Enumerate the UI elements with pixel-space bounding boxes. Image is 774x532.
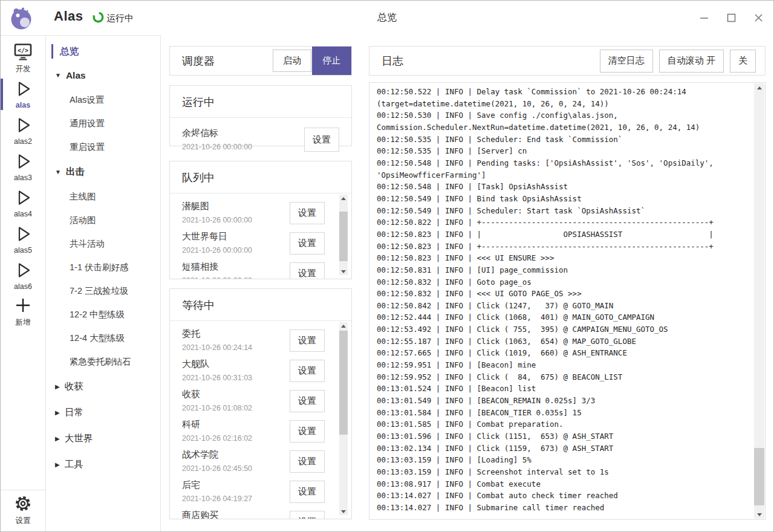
alas-logo-icon bbox=[8, 5, 34, 31]
task-settings-button[interactable]: 设置 bbox=[290, 481, 325, 503]
nav-item-alas-settings[interactable]: Alas设置 bbox=[46, 88, 160, 112]
app-window: Alas 运行中 总览 </> 开发 alas bbox=[0, 0, 774, 532]
scroll-down-icon[interactable] bbox=[339, 268, 348, 275]
play-icon bbox=[14, 116, 32, 137]
nav-item-general-settings[interactable]: 通用设置 bbox=[46, 112, 160, 135]
nav-item-campaign[interactable]: ▼出击 bbox=[46, 159, 160, 185]
scrollbar-thumb[interactable] bbox=[339, 212, 348, 261]
task-settings-button[interactable]: 设置 bbox=[290, 390, 325, 412]
rail-item-dev[interactable]: </> 开发 bbox=[1, 40, 45, 76]
scroll-down-icon[interactable] bbox=[339, 508, 348, 515]
task-row: 科研 2021-10-26 02:16:02 设置 bbox=[182, 415, 339, 446]
nav-item-alas[interactable]: ▼Alas bbox=[46, 62, 160, 88]
close-icon[interactable] bbox=[753, 12, 764, 23]
task-settings-button[interactable]: 设置 bbox=[290, 420, 325, 443]
nav-item-map-12-2[interactable]: 12-2 中型练级 bbox=[46, 303, 160, 326]
task-settings-button[interactable]: 设置 bbox=[290, 329, 325, 352]
task-settings-button[interactable]: 设置 bbox=[290, 232, 325, 255]
scrollbar-thumb[interactable] bbox=[754, 448, 764, 505]
rail-item-label: 设置 bbox=[16, 516, 31, 526]
nav-item-map-1-1[interactable]: 1-1 伏击刷好感 bbox=[46, 256, 160, 279]
log-line: 00:12:50.548 | INFO | Pending tasks: ['O… bbox=[377, 157, 750, 169]
log-scrollbar[interactable] bbox=[754, 83, 764, 519]
scroll-up-icon[interactable] bbox=[339, 195, 348, 202]
log-line: 00:12:50.831 | INFO | [UI] page_commissi… bbox=[377, 264, 750, 276]
nav-item-tools[interactable]: ▶工具 bbox=[46, 452, 160, 478]
nav-item-restart-settings[interactable]: 重启设置 bbox=[46, 135, 160, 159]
log-line: 00:13:03.159 | INFO | [Loading] 5% bbox=[377, 454, 750, 466]
nav-item-daily[interactable]: ▶日常 bbox=[46, 400, 160, 426]
maximize-icon[interactable] bbox=[726, 12, 737, 23]
log-line: 00:12:50.822 | INFO | +-----------------… bbox=[377, 216, 750, 229]
scroll-down-icon[interactable] bbox=[754, 510, 764, 519]
play-icon bbox=[14, 225, 32, 245]
nav-item-main-chapter[interactable]: 主线图 bbox=[46, 185, 160, 209]
play-icon bbox=[14, 80, 32, 100]
nav-item-label: 活动图 bbox=[70, 215, 96, 226]
scroll-up-icon[interactable] bbox=[754, 83, 764, 92]
rail-item-alas4[interactable]: alas4 bbox=[1, 185, 45, 221]
nav-item-label: 紧急委托刷钻石 bbox=[70, 356, 131, 368]
task-settings-button[interactable]: 设置 bbox=[290, 202, 325, 224]
log-header-card: 日志 清空日志 自动滚动 开 关 bbox=[369, 46, 766, 76]
task-row: 余烬信标 2021-10-26 00:00:00 设置 bbox=[182, 122, 339, 159]
rail-item-alas3[interactable]: alas3 bbox=[1, 149, 45, 185]
nav-item-label: 7-2 三战捡垃圾 bbox=[70, 285, 129, 297]
log-line: 'OpsiMeowfficerFarming'] bbox=[377, 169, 750, 181]
log-line: 00:12:50.549 | INFO | Bind task OpsiAshA… bbox=[377, 193, 750, 205]
waiting-card: 等待中 委托 2021-10-26 00:24:14 设置 大舰队 2021-1… bbox=[169, 288, 352, 519]
triangle-right-icon: ▶ bbox=[55, 409, 60, 416]
rail-item-add[interactable]: 新增 bbox=[1, 294, 45, 330]
rail-item-alas5[interactable]: alas5 bbox=[1, 221, 45, 258]
stop-button[interactable]: 停止 bbox=[312, 47, 351, 75]
nav-item-map-12-4[interactable]: 12-4 大型练级 bbox=[46, 326, 160, 350]
task-settings-button[interactable]: 设置 bbox=[290, 511, 325, 519]
nav-item-event-map[interactable]: 活动图 bbox=[46, 209, 160, 232]
log-line: 00:12:50.548 | INFO | [Task] OpsiAshAssi… bbox=[377, 181, 750, 193]
log-line: Commission.Scheduler.NextRun=datetime.da… bbox=[377, 122, 750, 134]
task-settings-button[interactable]: 设置 bbox=[290, 450, 325, 473]
nav-item-label: 出击 bbox=[66, 166, 85, 178]
task-row: 商店购买 设置 bbox=[182, 506, 339, 519]
window-controls bbox=[698, 1, 764, 34]
minimize-icon[interactable] bbox=[698, 12, 709, 23]
nav-item-urgent-commission[interactable]: 紧急委托刷钻石 bbox=[46, 350, 160, 374]
scrollbar-thumb[interactable] bbox=[339, 331, 348, 435]
triangle-down-icon: ▼ bbox=[55, 72, 61, 79]
task-settings-button[interactable]: 设置 bbox=[290, 360, 325, 382]
pending-scrollbar[interactable] bbox=[339, 195, 348, 275]
rail-item-alas2[interactable]: alas2 bbox=[1, 112, 45, 149]
rail-item-settings[interactable]: 设置 bbox=[1, 490, 45, 530]
clear-log-button[interactable]: 清空日志 bbox=[600, 50, 653, 73]
nav-item-coalition[interactable]: 共斗活动 bbox=[46, 232, 160, 256]
log-line: 00:13:02.134 | INFO | Click (1159, 673) … bbox=[377, 443, 750, 455]
nav-item-overview[interactable]: 总览 bbox=[46, 41, 160, 62]
log-line: 00:13:03.159 | INFO | Screenshot interva… bbox=[377, 466, 750, 478]
rail-item-label: alas4 bbox=[14, 210, 32, 218]
rail-item-alas[interactable]: alas bbox=[1, 76, 45, 112]
log-title: 日志 bbox=[382, 54, 403, 68]
nav-item-reward[interactable]: ▶收获 bbox=[46, 374, 160, 400]
log-close-button[interactable]: 关 bbox=[730, 50, 756, 73]
log-line: (target=datetime.datetime(2021, 10, 26, … bbox=[377, 98, 750, 110]
nav-item-os[interactable]: ▶大世界 bbox=[46, 426, 160, 452]
start-button[interactable]: 启动 bbox=[273, 50, 311, 72]
play-icon bbox=[14, 152, 32, 173]
nav-item-label: 重启设置 bbox=[70, 141, 105, 153]
log-line: 00:13:01.584 | INFO | [BEACON_TIER 0.035… bbox=[377, 407, 750, 419]
task-settings-button[interactable]: 设置 bbox=[290, 262, 325, 279]
log-line: 00:13:01.524 | INFO | [Beacon] list bbox=[377, 383, 750, 395]
nav-item-map-7-2[interactable]: 7-2 三战捡垃圾 bbox=[46, 279, 160, 303]
gear-icon bbox=[14, 495, 32, 515]
rail-item-alas6[interactable]: alas6 bbox=[1, 258, 45, 294]
scroll-up-icon[interactable] bbox=[339, 322, 348, 329]
log-panel[interactable]: 00:12:50.522 | INFO | Delay task `Commis… bbox=[369, 82, 766, 520]
task-settings-button[interactable]: 设置 bbox=[304, 128, 339, 152]
scheduler-title: 调度器 bbox=[182, 54, 215, 68]
log-line: 00:12:50.522 | INFO | Delay task `Commis… bbox=[377, 86, 750, 98]
autoscroll-toggle-button[interactable]: 自动滚动 开 bbox=[659, 50, 724, 73]
rail-item-label: alas bbox=[16, 101, 30, 109]
log-line: 00:12:50.832 | INFO | Goto page_os bbox=[377, 276, 750, 288]
running-card: 运行中 余烬信标 2021-10-26 00:00:00 设置 bbox=[169, 85, 352, 146]
waiting-scrollbar[interactable] bbox=[339, 322, 348, 515]
